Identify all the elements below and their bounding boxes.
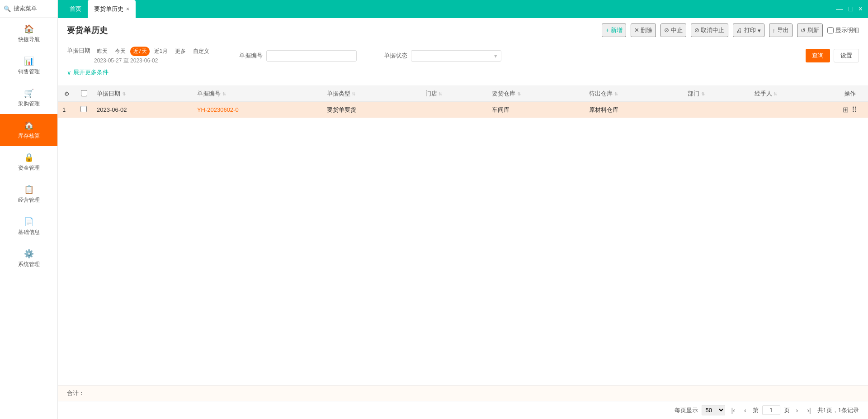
col-dept-label: 部门 [688,90,699,97]
inventory-icon: 🏠 [24,120,34,130]
col-dept[interactable]: 部门 ⇅ [683,86,750,102]
per-page-label: 每页显示 [675,406,698,414]
page-header: 要货单历史 + 新增 ✕ 删除 ⊘ 中止 ⊘ 取消中止 🖨 打印 ▾ ↑ 导出 … [58,18,868,41]
table-row: 1 2023-06-02 YH-20230602-0 要货单要货 车间库 原材料… [58,102,868,118]
sort-icon-3: ⇅ [352,91,355,96]
tab-close-icon[interactable]: × [126,6,129,12]
sidebar-search[interactable]: 🔍 搜索菜单 [0,0,57,18]
col-pending-warehouse[interactable]: 待出仓库 ⇅ [585,86,683,102]
filter-action-btns: 查询 设置 [806,49,859,62]
window-close-icon[interactable]: × [859,5,863,13]
col-ops: 操作 [832,86,868,102]
next-page-button[interactable]: › [793,406,801,415]
col-store-label: 门店 [425,90,437,97]
print-label: 打印 [744,26,756,34]
table-header: ⚙ 单据日期 ⇅ 单据编号 ⇅ 单据类型 ⇅ 门店 ⇅ 要货仓库 ⇅ 待出仓库 … [58,86,868,102]
export-button[interactable]: ↑ 导出 [769,24,793,37]
refresh-label: 刷新 [807,26,819,34]
print-button[interactable]: 🖨 打印 ▾ [733,24,764,37]
cart-icon: 🛒 [24,88,34,98]
doc-no-label: 单据编号 [239,52,263,60]
row-more-icon[interactable]: ⠿ [852,106,857,114]
operations-icon: 📋 [24,185,34,195]
topbar: 首页 要货单历史 × — □ × [58,0,868,18]
prev-page-button[interactable]: ‹ [741,406,749,415]
date-btn-today[interactable]: 今天 [112,47,128,56]
chart-icon: 📊 [24,56,34,66]
print-icon: 🖨 [736,27,742,34]
maximize-icon[interactable]: □ [849,5,853,13]
page-number-input[interactable] [762,405,780,415]
sidebar-item-finance[interactable]: 🔒 资金管理 [0,146,57,178]
col-handler-label: 经手人 [755,90,772,97]
sidebar-item-inventory[interactable]: 🏠 库存核算 [0,114,57,146]
table-body: 1 2023-06-02 YH-20230602-0 要货单要货 车间库 原材料… [58,102,868,118]
cancel-stop-button[interactable]: ⊘ 取消中止 [691,24,728,37]
display-detail-toggle[interactable]: 显示明细 [827,26,859,34]
col-store[interactable]: 门店 ⇅ [421,86,488,102]
sidebar-item-operations[interactable]: 📋 经营管理 [0,178,57,210]
row-req-warehouse: 车间库 [487,102,585,118]
sidebar-item-label: 基础信息 [18,229,40,236]
date-btn-1month[interactable]: 近1月 [151,47,171,56]
delete-button[interactable]: ✕ 删除 [631,24,656,37]
row-index: 1 [58,102,76,118]
select-all-checkbox[interactable] [81,90,87,96]
display-detail-label: 显示明细 [835,26,859,34]
col-doc-no[interactable]: 单据编号 ⇅ [193,86,322,102]
col-date[interactable]: 单据日期 ⇅ [92,86,193,102]
col-checkbox [76,86,92,102]
main-area: 首页 要货单历史 × — □ × 要货单历史 + 新增 ✕ 删除 ⊘ 中止 ⊘ … [58,0,868,419]
date-btn-7days[interactable]: 近7天 [130,47,150,56]
doc-no-input[interactable] [266,50,357,62]
topbar-window-controls: — □ × [836,5,863,13]
settings-button[interactable]: 设置 [834,49,859,62]
col-docno-label: 单据编号 [197,90,221,97]
expand-more-btn[interactable]: ∨ 展开更多条件 [67,68,108,76]
lock-icon: 🔒 [24,152,34,162]
sidebar-item-purchase[interactable]: 🛒 采购管理 [0,82,57,114]
first-page-button[interactable]: |‹ [729,406,738,415]
sort-icon: ⇅ [122,91,126,96]
date-btn-yesterday[interactable]: 昨天 [94,47,110,56]
refresh-icon: ↺ [801,27,806,34]
col-doc-type[interactable]: 单据类型 ⇅ [322,86,421,102]
date-btn-more[interactable]: 更多 [172,47,189,56]
sidebar-item-system[interactable]: ⚙️ 系统管理 [0,243,57,275]
per-page-select[interactable]: 50 10 20 100 [702,405,725,415]
tab-home-label: 首页 [70,5,81,13]
status-select-wrapper[interactable]: ▾ [411,50,501,62]
sort-icon-5: ⇅ [517,91,521,96]
sort-icon-8: ⇅ [774,91,777,96]
doc-no-link[interactable]: YH-20230602-0 [197,106,239,113]
add-button[interactable]: + 新增 [602,24,626,37]
row-edit-icon[interactable]: ⊞ [843,106,849,114]
minimize-icon[interactable]: — [836,5,843,13]
sidebar-item-label: 库存核算 [18,132,40,140]
row-dept [683,102,750,118]
tab-home[interactable]: 首页 [63,0,88,18]
table-wrap: ⚙ 单据日期 ⇅ 单据编号 ⇅ 单据类型 ⇅ 门店 ⇅ 要货仓库 ⇅ 待出仓库 … [58,86,868,385]
sidebar-item-sales[interactable]: 📊 销售管理 [0,50,57,82]
status-dropdown-icon: ▾ [494,52,497,59]
export-label: 导出 [777,26,789,34]
row-handler [750,102,832,118]
sidebar-item-label: 经营管理 [18,196,40,204]
main-table: ⚙ 单据日期 ⇅ 单据编号 ⇅ 单据类型 ⇅ 门店 ⇅ 要货仓库 ⇅ 待出仓库 … [58,86,868,118]
refresh-button[interactable]: ↺ 刷新 [797,24,823,37]
sidebar-item-label: 采购管理 [18,100,40,108]
sidebar-item-quick-nav[interactable]: 🏠 快捷导航 [0,18,57,50]
date-range-display: 2023-05-27 至 2023-06-02 [94,57,212,65]
sort-icon-7: ⇅ [701,91,705,96]
sidebar-item-basic[interactable]: 📄 基础信息 [0,210,57,243]
query-button[interactable]: 查询 [806,49,830,62]
col-handler[interactable]: 经手人 ⇅ [750,86,832,102]
last-page-button[interactable]: ›| [804,406,813,415]
col-req-warehouse[interactable]: 要货仓库 ⇅ [487,86,585,102]
col-settings[interactable]: ⚙ [58,86,76,102]
display-detail-checkbox[interactable] [827,27,834,33]
row-select-checkbox[interactable] [80,106,87,112]
date-btn-custom[interactable]: 自定义 [190,47,212,56]
stop-button[interactable]: ⊘ 中止 [660,24,686,37]
tab-requisition-history[interactable]: 要货单历史 × [88,0,136,18]
